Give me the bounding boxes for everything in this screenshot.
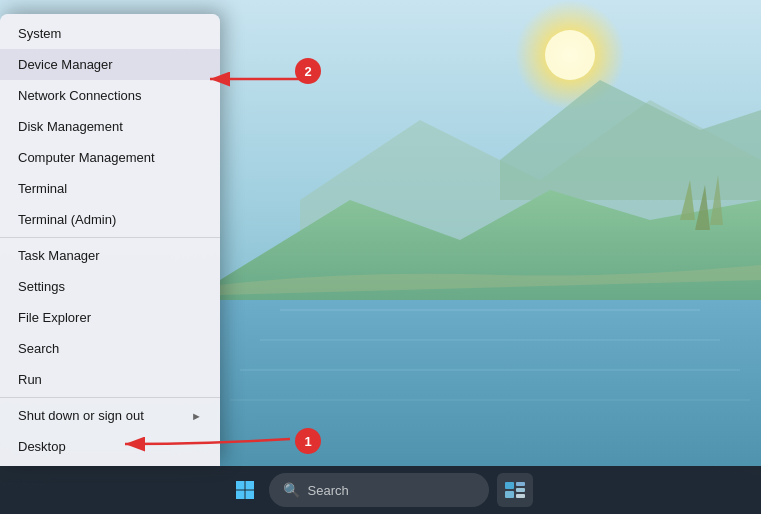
menu-item-terminal[interactable]: Terminal — [0, 173, 220, 204]
svg-rect-10 — [236, 491, 245, 500]
context-menu: System Device Manager Network Connection… — [0, 14, 220, 466]
menu-item-network-connections[interactable]: Network Connections — [0, 80, 220, 111]
menu-item-desktop[interactable]: Desktop — [0, 431, 220, 462]
menu-item-file-explorer[interactable]: File Explorer — [0, 302, 220, 333]
taskbar-search-label: Search — [308, 483, 349, 498]
submenu-arrow-icon: ► — [191, 410, 202, 422]
taskbar: 🔍 Search — [0, 466, 761, 514]
svg-point-2 — [545, 30, 595, 80]
svg-rect-15 — [505, 491, 514, 498]
menu-item-system[interactable]: System — [0, 18, 220, 49]
menu-item-search[interactable]: Search — [0, 333, 220, 364]
menu-item-run[interactable]: Run — [0, 364, 220, 395]
svg-rect-9 — [245, 481, 254, 490]
start-button[interactable] — [229, 474, 261, 506]
taskbar-search-box[interactable]: 🔍 Search — [269, 473, 489, 507]
menu-divider-1 — [0, 237, 220, 238]
menu-item-terminal-admin[interactable]: Terminal (Admin) — [0, 204, 220, 235]
menu-item-settings[interactable]: Settings — [0, 271, 220, 302]
svg-rect-11 — [245, 491, 254, 500]
svg-rect-16 — [516, 494, 525, 498]
windows-logo-icon — [235, 480, 255, 500]
menu-item-shut-down[interactable]: Shut down or sign out ► — [0, 400, 220, 431]
menu-item-task-manager[interactable]: Task Manager — [0, 240, 220, 271]
menu-divider-2 — [0, 397, 220, 398]
svg-rect-14 — [516, 488, 525, 492]
menu-item-computer-management[interactable]: Computer Management — [0, 142, 220, 173]
widgets-icon — [504, 481, 526, 499]
taskbar-widget[interactable] — [497, 473, 533, 507]
menu-item-device-manager[interactable]: Device Manager — [0, 49, 220, 80]
svg-rect-8 — [236, 481, 245, 490]
svg-rect-3 — [220, 280, 761, 470]
menu-item-disk-management[interactable]: Disk Management — [0, 111, 220, 142]
svg-rect-13 — [516, 482, 525, 486]
svg-rect-12 — [505, 482, 514, 489]
search-icon: 🔍 — [283, 482, 300, 498]
